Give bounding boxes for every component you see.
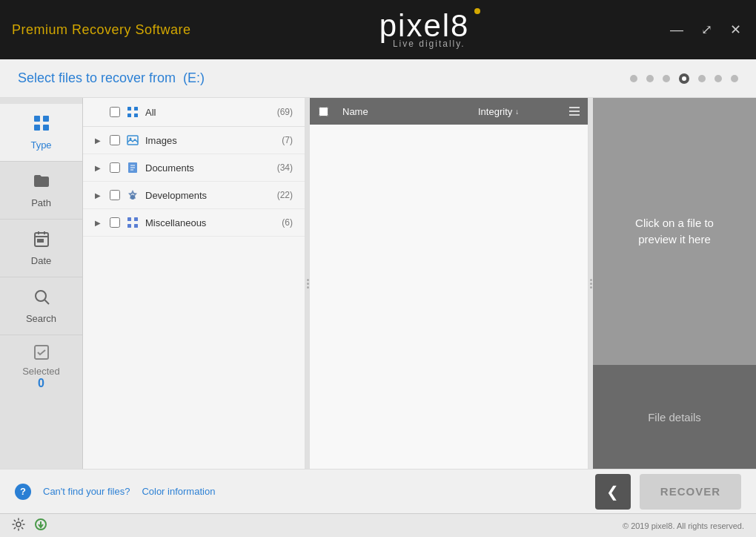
footer-tools <box>12 518 47 534</box>
file-list-panel: Name Integrity ↓ <box>310 98 588 469</box>
svg-rect-14 <box>134 107 138 111</box>
sidebar-item-date[interactable]: Date <box>0 220 82 277</box>
selected-count: 0 <box>38 377 44 390</box>
svg-rect-0 <box>34 116 40 122</box>
drag-dots-right <box>590 279 592 289</box>
page-title: Select files to recover from (E:) <box>18 70 205 86</box>
miscellaneous-checkbox[interactable] <box>110 217 120 228</box>
all-checkbox[interactable] <box>110 107 120 117</box>
logo: pixel8 Live digitally. <box>379 10 479 49</box>
settings-icon[interactable] <box>12 518 25 534</box>
integrity-label: Integrity <box>478 106 512 117</box>
window-controls: — ⤢ ✕ <box>667 20 744 39</box>
all-label: All <box>145 107 271 118</box>
svg-rect-3 <box>43 125 49 131</box>
dev-expand-arrow[interactable]: ▶ <box>95 191 104 200</box>
images-checkbox[interactable] <box>110 135 120 145</box>
sidebar-item-type[interactable]: Type <box>0 104 82 162</box>
svg-rect-27 <box>134 224 138 228</box>
misc-expand-arrow[interactable]: ▶ <box>95 219 104 227</box>
progress-dot-6 <box>714 75 722 82</box>
update-icon[interactable] <box>34 518 47 534</box>
drag-dots-left <box>307 279 309 289</box>
preview-details-area: File details <box>593 365 756 469</box>
svg-point-10 <box>36 291 46 301</box>
all-icon <box>126 105 139 119</box>
developments-checkbox[interactable] <box>110 190 120 200</box>
close-button[interactable]: ✕ <box>727 20 744 39</box>
file-list-header: Name Integrity ↓ <box>310 98 588 125</box>
maximize-button[interactable]: ⤢ <box>698 20 715 39</box>
documents-label: Documents <box>145 162 271 174</box>
sidebar-item-search[interactable]: Search <box>0 277 82 335</box>
back-button[interactable]: ❮ <box>595 474 631 510</box>
docs-expand-arrow[interactable]: ▶ <box>95 164 104 172</box>
page-title-text: Select files to recover from <box>18 70 176 85</box>
progress-dot-5 <box>698 75 706 82</box>
progress-dot-7 <box>731 75 738 82</box>
developments-label: Developments <box>145 190 271 201</box>
recover-button[interactable]: RECOVER <box>640 474 741 510</box>
documents-count: (34) <box>277 162 293 173</box>
selected-checkmark-icon <box>33 344 50 364</box>
copyright-text: © 2019 pixel8. All rights reserved. <box>623 521 744 530</box>
sidebar-type-label: Type <box>30 139 51 151</box>
filter-all-row[interactable]: All (69) <box>83 98 305 127</box>
preview-panel: Click on a file to preview it here File … <box>593 98 756 469</box>
logo-dot-accent <box>474 8 480 14</box>
type-icon <box>33 114 50 136</box>
filter-miscellaneous-row[interactable]: ▶ Miscellaneous (6) <box>83 209 305 237</box>
svg-rect-25 <box>134 217 138 221</box>
drive-label: (E:) <box>183 70 205 85</box>
cant-find-link[interactable]: Can't find your files? <box>43 486 130 497</box>
filter-panel: All (69) ▶ Images (7) ▶ <box>83 98 305 469</box>
column-menu-button[interactable] <box>561 107 588 116</box>
sidebar: Type Path Date <box>0 98 83 469</box>
svg-rect-1 <box>43 116 49 122</box>
back-icon: ❮ <box>606 483 619 501</box>
minimize-button[interactable]: — <box>667 20 686 39</box>
preview-image-area: Click on a file to preview it here <box>593 98 756 365</box>
header-checkbox-cell <box>310 107 336 116</box>
miscellaneous-count: (6) <box>282 217 293 228</box>
help-button[interactable]: ? <box>15 484 31 500</box>
progress-dot-4-active <box>679 73 689 84</box>
svg-rect-13 <box>127 107 131 111</box>
svg-line-11 <box>44 300 49 305</box>
select-all-checkbox[interactable] <box>319 107 328 116</box>
sidebar-item-path[interactable]: Path <box>0 162 82 220</box>
progress-indicator <box>630 73 738 84</box>
documents-checkbox[interactable] <box>110 162 120 173</box>
bottom-right: ❮ RECOVER <box>595 474 741 510</box>
svg-rect-26 <box>127 224 131 228</box>
svg-rect-16 <box>134 113 138 117</box>
progress-dot-3 <box>663 75 670 82</box>
miscellaneous-icon <box>126 216 139 229</box>
sidebar-search-label: Search <box>26 313 56 324</box>
selected-section: Selected 0 <box>0 335 82 399</box>
logo-text: pixel8 <box>379 8 470 43</box>
sidebar-date-label: Date <box>31 255 51 266</box>
svg-rect-24 <box>127 217 131 221</box>
date-icon <box>33 230 50 252</box>
filter-developments-row[interactable]: ▶ Developments (22) <box>83 182 305 209</box>
app-name: Premium Recovery Software <box>12 22 191 38</box>
progress-dot-1 <box>630 75 637 82</box>
images-expand-arrow[interactable]: ▶ <box>95 136 104 145</box>
svg-point-23 <box>130 195 135 200</box>
filter-documents-row[interactable]: ▶ Documents (34) <box>83 154 305 182</box>
search-icon <box>33 288 50 310</box>
file-details-label: File details <box>648 411 701 424</box>
preview-prompt: Click on a file to preview it here <box>635 215 714 248</box>
all-count: (69) <box>277 107 293 117</box>
main-content: Type Path Date <box>0 98 756 469</box>
svg-rect-15 <box>127 113 131 117</box>
documents-icon <box>126 161 139 174</box>
color-info-link[interactable]: Color information <box>142 486 215 497</box>
filter-images-row[interactable]: ▶ Images (7) <box>83 127 305 154</box>
name-column-header: Name <box>336 106 472 117</box>
integrity-column-header: Integrity ↓ <box>472 106 561 117</box>
developments-count: (22) <box>277 190 293 200</box>
sort-arrow-icon[interactable]: ↓ <box>515 108 519 116</box>
images-count: (7) <box>282 135 293 145</box>
